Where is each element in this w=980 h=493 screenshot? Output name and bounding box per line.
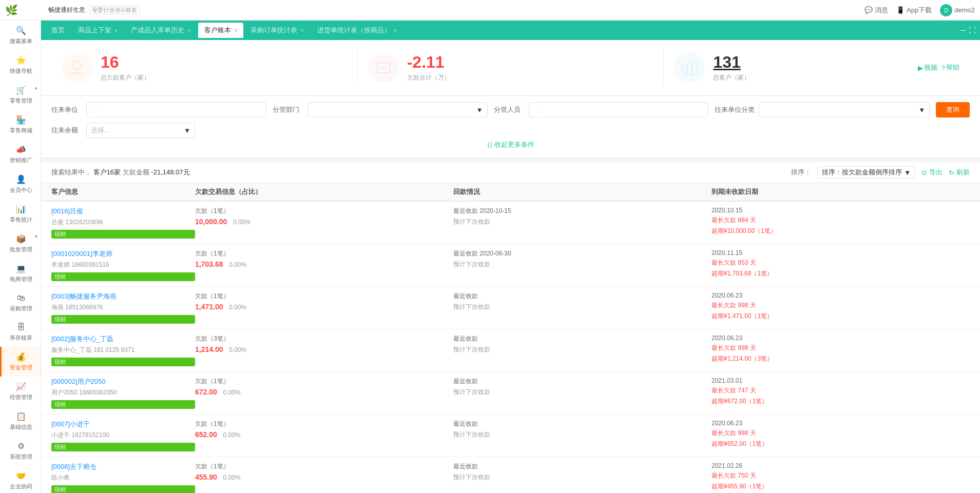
user-menu[interactable]: D demo2 <box>940 4 975 16</box>
stat-label-debt: 欠款合计（万） <box>407 73 450 82</box>
customer-tag-4: 现销 <box>51 400 195 409</box>
customer-name-4[interactable]: [000002]用户2050 <box>51 377 195 386</box>
refresh-btn[interactable]: ↻ 刷新 <box>949 168 970 177</box>
customer-tag-1: 现销 <box>51 272 195 281</box>
tab-stock-stats[interactable]: 进货单统计表（按商品） × <box>311 23 403 38</box>
customer-tag-3: 现销 <box>51 358 195 366</box>
download-icon: 📱 <box>896 6 905 14</box>
debt-amount-4: 672.00 <box>195 388 217 396</box>
return-next-5: 预计下次收款 <box>453 430 712 439</box>
tab-close-product-history[interactable]: × <box>187 27 190 33</box>
overdue-amount-4[interactable]: 超期¥672.00（1笔） <box>712 397 970 406</box>
tab-product-offline[interactable]: 商品上下架 × <box>72 23 124 38</box>
filter-dept-label: 分管部门 <box>273 105 303 114</box>
stat-number-total: 131 <box>713 53 750 71</box>
help-link[interactable]: ? 帮助 <box>941 63 959 72</box>
sidebar-item-finance[interactable]: 💰 资金管理 <box>0 347 41 377</box>
tab-close-stock-stats[interactable]: × <box>394 27 397 33</box>
message-btn[interactable]: 💬 消息 <box>864 6 888 15</box>
sidebar-item-retail-store[interactable]: 🏪 零售商城 <box>0 110 41 140</box>
return-date-3: 最近收款 <box>453 334 712 343</box>
stat-icon-debt <box>368 52 399 83</box>
return-info-0: 最近收款 2020-10-15 预计下次收款 <box>453 207 712 226</box>
sidebar-item-retail-mgmt[interactable]: 🛒 零售管理 ▲ <box>0 80 41 110</box>
filter-unit-class-label: 往来单位分类 <box>715 105 755 114</box>
tab-close-customer-account[interactable]: × <box>234 27 237 33</box>
manager-input[interactable]: ... <box>529 102 709 117</box>
sidebar-item-operations[interactable]: 📈 经营管理 <box>0 377 41 406</box>
stat-card-links: ▶ 视频 ? 帮助 <box>918 63 959 72</box>
customer-name-1[interactable]: [0001020001]李老师 <box>51 249 195 259</box>
stat-info-customers: 16 总欠款客户（家） <box>101 53 150 82</box>
finance-icon: 💰 <box>16 352 26 362</box>
from-unit-input[interactable]: ... <box>86 102 266 117</box>
filter-from-unit: 往来单位 ... <box>51 102 266 117</box>
export-btn[interactable]: ⊙ 导出 <box>921 168 943 177</box>
sidebar-item-quick-nav[interactable]: ⭐ 快捷导航 <box>0 50 41 80</box>
from-unit-dots: ... <box>91 106 100 114</box>
customer-name-0[interactable]: [0016]吕俊 <box>51 207 195 216</box>
customer-name-3[interactable]: [0002]服务中心_丁磊 <box>51 334 195 344</box>
collapse-btn[interactable]: ⟨⟨ 收起更多条件 <box>487 140 534 149</box>
query-button[interactable]: 查询 <box>936 102 970 117</box>
logo-area: 🌿 <box>5 4 46 16</box>
dept-select[interactable]: ▼ <box>308 102 488 117</box>
overdue-days-6: 最长欠款 750 天 <box>712 471 970 480</box>
balance-select[interactable]: 选择... ▼ <box>86 123 195 138</box>
overdue-amount-5[interactable]: 超期¥652.00（1笔） <box>712 440 970 448</box>
stat-card-debt: -2.11 欠款合计（万） <box>358 48 664 87</box>
overdue-amount-3[interactable]: 超期¥1,214.00（3笔） <box>712 354 970 363</box>
sidebar-item-member[interactable]: 👤 会员中心 <box>0 169 41 199</box>
return-info-1: 最近收款 2020-06-30 预计下次收款 <box>453 249 712 269</box>
overdue-amount-0[interactable]: 超期¥10,000.00（1笔） <box>712 227 970 235</box>
stat-info-debt: -2.11 欠款合计（万） <box>407 53 450 82</box>
video-link[interactable]: ▶ 视频 <box>918 63 937 72</box>
tab-close-purchase-order[interactable]: × <box>300 27 303 33</box>
sidebar-item-search-menu[interactable]: 🔍 搜索菜单 <box>0 21 41 50</box>
sidebar-item-batch-mgmt[interactable]: 📦 批发管理 ▼ <box>0 229 41 259</box>
debt-info-5: 欠款（1笔） 652.00 0.00% <box>195 420 453 439</box>
table-container: 客户信息 欠款交易信息（占比） 回款情况 到期未收款日期 [0016]吕俊 吕俊… <box>41 183 980 493</box>
page-content: 16 总欠款客户（家） -2.11 欠款 <box>41 40 980 493</box>
tab-home[interactable]: 首页 <box>45 23 71 38</box>
overdue-date-6: 2021.02.26 <box>712 462 970 469</box>
overdue-amount-6[interactable]: 超期¥455.90（1笔） <box>712 482 970 491</box>
table-row: [0001020001]李老师 李老师 18600391516 现销 欠款（1笔… <box>41 244 980 287</box>
retail-mgmt-icon: 🛒 <box>16 85 26 95</box>
sidebar-item-ecommerce[interactable]: 💻 电商管理 <box>0 259 41 288</box>
filter-unit-class: 往来单位分类 ▼ <box>715 102 930 117</box>
return-next-3: 预计下次收款 <box>453 345 712 354</box>
sidebar-item-retail-stats[interactable]: 📊 零售统计 <box>0 199 41 229</box>
sidebar-item-marketing[interactable]: 📣 营销推广 <box>0 140 41 169</box>
tab-product-history[interactable]: 产成品入库单历史 × <box>125 23 197 38</box>
stat-number-debt: -2.11 <box>407 53 450 71</box>
topbar-actions: 💬 消息 📱 App下载 D demo2 <box>864 4 975 16</box>
sidebar-item-purchase[interactable]: 🛍 采购管理 <box>0 288 41 318</box>
tab-maximize-btn[interactable]: ⛶ <box>969 26 976 34</box>
sidebar-item-basic-info[interactable]: 📋 基础信息 <box>0 406 41 436</box>
tab-purchase-order[interactable]: 采购订单统计表 × <box>244 23 310 38</box>
tab-minimize-btn[interactable]: ─ <box>960 26 966 34</box>
overdue-amount-1[interactable]: 超期¥1,703.68（1笔） <box>712 269 970 278</box>
debt-count-0: 欠款（1笔） <box>195 207 453 215</box>
sidebar-item-enterprise[interactable]: 🤝 企业协同 <box>0 466 41 493</box>
debt-ratio-3: 0.00% <box>229 346 246 353</box>
customer-name-6[interactable]: [0006]去下粮仓 <box>51 462 195 471</box>
customer-name-2[interactable]: [0003]畅捷服务尹海燕 <box>51 292 195 301</box>
debt-ratio-0: 0.00% <box>233 219 251 226</box>
unit-class-select[interactable]: ▼ <box>759 102 930 117</box>
overdue-amount-2[interactable]: 超期¥1,471.00（1笔） <box>712 312 970 321</box>
balance-chevron-icon: ▼ <box>184 127 190 134</box>
filter-from-unit-label: 往来单位 <box>51 105 82 114</box>
tab-customer-account[interactable]: 客户账本 × <box>198 23 243 38</box>
app-download-btn[interactable]: 📱 App下载 <box>896 6 932 15</box>
sort-select[interactable]: 排序：按欠款金额倒序排序 ▼ <box>817 166 915 179</box>
sidebar-item-inventory[interactable]: 🗄 库存核算 <box>0 318 41 347</box>
customer-name-5[interactable]: [0007]小进干 <box>51 420 195 429</box>
tab-close-product-offline[interactable]: × <box>114 27 118 33</box>
overdue-date-5: 2020.06.23 <box>712 420 970 427</box>
return-next-4: 预计下次收款 <box>453 388 712 397</box>
sidebar-item-system[interactable]: ⚙ 系统管理 <box>0 436 41 466</box>
return-info-2: 最近收款 预计下次收款 <box>453 292 712 311</box>
return-next-1: 预计下次收款 <box>453 260 712 269</box>
